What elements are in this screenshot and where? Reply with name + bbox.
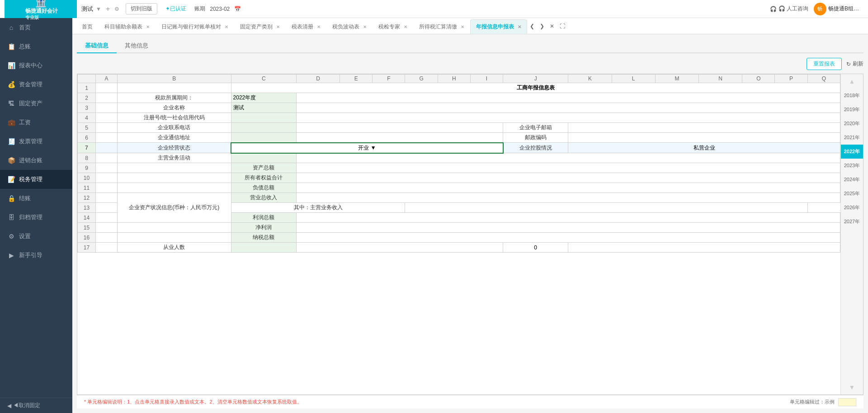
close-icon[interactable]: ✕ — [461, 24, 464, 29]
year-item-2024[interactable]: 2024年 — [841, 173, 863, 187]
cell-5c[interactable] — [231, 123, 296, 133]
tab-close-all[interactable]: ✕ — [547, 21, 557, 31]
sidebar-item-salary[interactable]: 💼 工资 — [0, 113, 72, 132]
sidebar-item-guide[interactable]: ▶ 新手引导 — [0, 246, 72, 265]
tab-aux-balance[interactable]: 科目辅助余额表 ✕ — [99, 19, 156, 34]
cell-2b[interactable]: 税款所属期间： — [118, 93, 231, 103]
cell-14c[interactable]: 利润总额 — [231, 213, 296, 223]
cell-16c[interactable]: 纳税总额 — [231, 233, 296, 243]
cell-5j[interactable]: 企业电子邮箱 — [503, 123, 568, 133]
old-version-button[interactable]: 切到旧版 — [126, 3, 157, 14]
cell-13rest — [405, 203, 807, 213]
cell-12c[interactable]: 营业总收入 — [231, 193, 296, 203]
cell-8c[interactable] — [231, 153, 296, 163]
cell-15b — [118, 223, 231, 233]
cell-17c[interactable] — [231, 243, 296, 253]
tab-tax-expert[interactable]: 税检专家 ✕ — [373, 19, 413, 34]
year-item-2025[interactable]: 2025年 — [841, 187, 863, 201]
close-icon[interactable]: ✕ — [518, 24, 521, 29]
cell-6c[interactable] — [231, 133, 296, 143]
tab-income-tax[interactable]: 所得税汇算清缴 ✕ — [413, 19, 470, 34]
sidebar-item-home[interactable]: ⌂ 首页 — [0, 18, 72, 37]
cell-7j[interactable]: 企业控股情况 — [503, 143, 568, 153]
cell-8b[interactable]: 主营业务活动 — [118, 153, 231, 163]
tab-expand[interactable]: ⛶ — [557, 21, 568, 31]
cell-6b[interactable]: 企业通信地址 — [118, 133, 231, 143]
tab-fixed-assets[interactable]: 固定资产类别 ✕ — [234, 19, 286, 34]
year-item-2022[interactable]: 2022年 — [841, 145, 863, 159]
logo-icon: 🏦 — [35, 0, 47, 8]
cell-1-title[interactable]: 工商年报信息表 — [231, 83, 840, 93]
sidebar-item-closing[interactable]: 🔒 结账 — [0, 189, 72, 208]
cell-6j[interactable]: 邮政编码 — [503, 133, 568, 143]
sidebar-item-tax[interactable]: 📝 税务管理 — [0, 170, 72, 189]
tab-journal[interactable]: 日记账与银行对账单核对 ✕ — [156, 19, 234, 34]
cell-3b[interactable]: 企业名称 — [118, 103, 231, 113]
reset-button[interactable]: 重置报表 — [807, 58, 842, 70]
sidebar-item-ledger[interactable]: 📋 总账 — [0, 37, 72, 56]
sidebar-item-settings[interactable]: ⚙ 设置 — [0, 227, 72, 246]
close-icon[interactable]: ✕ — [404, 24, 407, 29]
close-icon[interactable]: ✕ — [146, 24, 150, 29]
year-nav-up[interactable]: ▲ — [847, 76, 857, 87]
cell-17b[interactable]: 从业人数 — [118, 243, 231, 253]
close-icon[interactable]: ✕ — [363, 24, 367, 29]
tab-nav-next[interactable]: ❯ — [537, 21, 547, 31]
tab-nav-prev[interactable]: ❮ — [527, 21, 537, 31]
row-num: 10 — [78, 173, 96, 183]
sub-tab-basic[interactable]: 基础信息 — [77, 39, 117, 53]
cell-12b[interactable]: 企业资产状况信息(币种：人民币万元) — [118, 193, 231, 223]
dropdown-arrow-icon[interactable]: ▼ — [371, 145, 376, 151]
sidebar-item-reports[interactable]: 📊 报表中心 — [0, 56, 72, 75]
sidebar-item-archive[interactable]: 🗄 归档管理 — [0, 208, 72, 227]
sidebar-item-invoice[interactable]: 🧾 发票管理 — [0, 132, 72, 151]
dropdown-arrow[interactable]: ▼ — [96, 6, 101, 12]
table-row: 7 企业经营状态 开业 ▼ 企业控股情况 私营 — [78, 143, 840, 153]
cell-9c[interactable]: 资产总额 — [231, 163, 296, 173]
cell-2c[interactable]: 2022年度 — [231, 93, 296, 103]
cell-5b[interactable]: 企业联系电话 — [118, 123, 231, 133]
cell-7c-i[interactable]: 开业 ▼ — [231, 143, 503, 153]
year-item-2021[interactable]: 2021年 — [841, 131, 863, 145]
year-item-2020[interactable]: 2020年 — [841, 117, 863, 131]
calendar-icon[interactable]: 📅 — [234, 6, 241, 12]
sub-tab-other[interactable]: 其他信息 — [117, 39, 156, 53]
table-row: 11 负债总额 — [78, 183, 840, 193]
user-area[interactable]: 畅 畅捷通B组… — [814, 3, 859, 15]
tab-home[interactable]: 首页 — [76, 19, 99, 34]
year-item-2026[interactable]: 2026年 — [841, 201, 863, 215]
sidebar-item-assets[interactable]: 🏗 固定资产 — [0, 94, 72, 113]
year-item-2018[interactable]: 2018年 — [841, 89, 863, 103]
cell-7b[interactable]: 企业经营状态 — [118, 143, 231, 153]
service-button[interactable]: 🎧 🎧 人工咨询 — [770, 5, 808, 13]
tab-label: 固定资产类别 — [240, 23, 273, 31]
cell-15c[interactable]: 净利润 — [231, 223, 296, 233]
tab-tax-form[interactable]: 税表清册 ✕ — [286, 19, 326, 34]
refresh-button[interactable]: ↻ 刷新 — [846, 60, 863, 68]
close-icon[interactable]: ✕ — [225, 24, 228, 29]
cell-11c[interactable]: 负债总额 — [231, 183, 296, 193]
table-row: 8 主营业务活动 — [78, 153, 840, 163]
year-item-2019[interactable]: 2019年 — [841, 103, 863, 117]
add-tab-button[interactable]: + — [106, 5, 110, 13]
year-item-2023[interactable]: 2023年 — [841, 159, 863, 173]
cell-4b[interactable]: 注册号/统一社会信用代码 — [118, 113, 231, 123]
cell-10c[interactable]: 所有者权益合计 — [231, 173, 296, 183]
sidebar-item-capital[interactable]: 💰 资金管理 — [0, 75, 72, 94]
cell-17j[interactable]: 0 — [503, 243, 568, 253]
close-icon[interactable]: ✕ — [317, 24, 321, 29]
cell-7k-q[interactable]: 私营企业 — [568, 143, 840, 153]
year-item-2027[interactable]: 2027年 — [841, 215, 863, 229]
col-header-d: D — [296, 75, 340, 83]
year-nav-down[interactable]: ▼ — [847, 382, 857, 393]
sidebar-item-inventory[interactable]: 📦 进销台账 — [0, 151, 72, 170]
collapse-sidebar-button[interactable]: ◀ ◀取消固定 — [0, 398, 72, 413]
tab-label: 税检专家 — [378, 23, 400, 31]
close-icon[interactable]: ✕ — [276, 24, 280, 29]
settings-button[interactable]: ⚙ — [114, 6, 119, 12]
cell-4c[interactable] — [231, 113, 296, 123]
tab-tax-fluctuation[interactable]: 税负波动表 ✕ — [326, 19, 373, 34]
cell-3c[interactable]: 测试 — [231, 103, 296, 113]
cell-13d[interactable]: 其中：主营业务收入 — [231, 203, 405, 213]
tab-annual-report[interactable]: 年报信息申报表 ✕ — [470, 19, 527, 34]
